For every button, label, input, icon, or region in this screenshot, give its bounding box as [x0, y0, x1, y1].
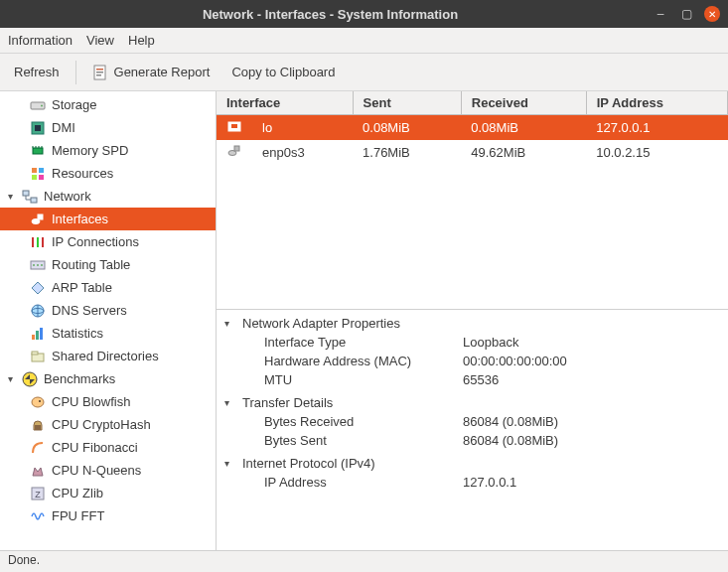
crypto-icon	[30, 417, 46, 433]
property-row: Hardware Address (MAC)00:00:00:00:00:00	[224, 352, 720, 370]
property-label: Hardware Address (MAC)	[264, 354, 463, 368]
svg-rect-18	[31, 198, 37, 203]
sidebar-item-memory-spd[interactable]: Memory SPD	[0, 139, 216, 162]
sidebar-item-label: DMI	[52, 120, 75, 135]
property-value: 65536	[463, 372, 720, 387]
cell-ip: 10.0.2.15	[586, 140, 727, 165]
sidebar-item-ip-connections[interactable]: IP Connections	[0, 230, 216, 253]
property-group-title: Network Adapter Properties	[242, 316, 400, 331]
shared-icon	[30, 349, 46, 364]
sidebar-item-statistics[interactable]: Statistics	[0, 322, 216, 345]
svg-point-28	[37, 264, 39, 266]
svg-rect-8	[33, 148, 43, 154]
svg-rect-35	[36, 331, 39, 340]
property-row: Bytes Received86084 (0.08MiB)	[224, 412, 720, 431]
generate-report-label: Generate Report	[114, 65, 211, 79]
chevron-down-icon: ▾	[224, 458, 236, 469]
svg-rect-16	[39, 175, 44, 180]
interface-table-wrap[interactable]: Interface Sent Received IP Address lo0.0…	[217, 91, 728, 310]
property-group: ▾Network Adapter PropertiesInterface Typ…	[224, 314, 720, 389]
sidebar-item-interfaces[interactable]: Interfaces	[0, 208, 216, 230]
cell-sent: 1.76MiB	[353, 140, 461, 165]
sidebar-item-cpu-cryptohash[interactable]: CPU CryptoHash	[0, 413, 216, 436]
property-value: 86084 (0.08MiB)	[463, 433, 720, 448]
menu-view[interactable]: View	[86, 33, 114, 48]
sidebar-item-cpu-zlib[interactable]: ZCPU Zlib	[0, 482, 216, 504]
minimize-button[interactable]: –	[653, 6, 668, 22]
menu-information[interactable]: Information	[8, 33, 73, 48]
content-area: StorageDMIMemory SPDResources▾NetworkInt…	[0, 91, 728, 550]
svg-rect-38	[32, 352, 38, 355]
sidebar-item-cpu-blowfish[interactable]: CPU Blowfish	[0, 390, 216, 413]
menubar: Information View Help	[0, 28, 728, 54]
property-group: ▾Internet Protocol (IPv4)IP Address127.0…	[224, 454, 720, 492]
table-row[interactable]: enp0s31.76MiB49.62MiB10.0.2.15	[217, 140, 728, 165]
sidebar-item-arp-table[interactable]: ARP Table	[0, 276, 216, 299]
sidebar-item-storage[interactable]: Storage	[0, 93, 216, 116]
col-received[interactable]: Received	[461, 91, 586, 115]
property-row: IP Address127.0.0.1	[224, 473, 720, 492]
svg-rect-7	[35, 125, 41, 131]
refresh-button[interactable]: Refresh	[8, 61, 66, 83]
svg-point-5	[41, 104, 43, 106]
properties-panel[interactable]: ▾Network Adapter PropertiesInterface Typ…	[217, 310, 728, 550]
svg-rect-36	[40, 328, 43, 340]
property-group-header[interactable]: ▾Transfer Details	[224, 393, 720, 412]
property-label: MTU	[264, 372, 463, 387]
sidebar-item-dmi[interactable]: DMI	[0, 116, 216, 139]
property-group-header[interactable]: ▾Network Adapter Properties	[224, 314, 720, 333]
sidebar-item-label: Memory SPD	[52, 143, 128, 158]
sidebar-item-network[interactable]: ▾Network	[0, 185, 216, 208]
table-row[interactable]: lo0.08MiB0.08MiB127.0.0.1	[217, 115, 728, 141]
sidebar-item-shared-directories[interactable]: Shared Directories	[0, 345, 216, 367]
property-value: 00:00:00:00:00:00	[463, 354, 720, 368]
col-sent[interactable]: Sent	[353, 91, 461, 115]
cell-sent: 0.08MiB	[353, 115, 461, 141]
sidebar-item-label: CPU Zlib	[52, 486, 103, 500]
sidebar-item-routing-table[interactable]: Routing Table	[0, 253, 216, 276]
svg-point-27	[33, 264, 35, 266]
copy-clipboard-button[interactable]: Copy to Clipboard	[225, 61, 341, 83]
interface-icon	[30, 212, 46, 227]
property-value: 127.0.0.1	[463, 475, 720, 490]
svg-rect-2	[96, 72, 103, 73]
property-row: Bytes Sent86084 (0.08MiB)	[224, 431, 720, 450]
cell-interface: enp0s3	[252, 140, 353, 165]
svg-rect-3	[96, 74, 101, 76]
dns-icon	[30, 303, 46, 319]
col-ip[interactable]: IP Address	[586, 91, 727, 115]
status-text: Done.	[8, 553, 40, 567]
sidebar-item-cpu-fibonacci[interactable]: CPU Fibonacci	[0, 436, 216, 459]
close-button[interactable]: ✕	[704, 6, 720, 22]
sidebar-item-label: Statistics	[52, 326, 103, 341]
sidebar[interactable]: StorageDMIMemory SPDResources▾NetworkInt…	[0, 91, 217, 550]
sidebar-item-cpu-n-queens[interactable]: CPU N-Queens	[0, 459, 216, 482]
board-icon	[30, 120, 46, 136]
sidebar-item-dns-servers[interactable]: DNS Servers	[0, 299, 216, 322]
window-title: Network - Interfaces - System Informatio…	[8, 7, 653, 22]
fft-icon	[30, 508, 46, 524]
generate-report-button[interactable]: Generate Report	[86, 61, 217, 84]
svg-rect-17	[23, 191, 29, 196]
sidebar-item-fpu-fft[interactable]: FPU FFT	[0, 504, 216, 527]
ipconn-icon	[30, 234, 46, 250]
menu-help[interactable]: Help	[128, 33, 155, 48]
property-group-header[interactable]: ▾Internet Protocol (IPv4)	[224, 454, 720, 473]
sidebar-item-label: Network	[44, 189, 91, 204]
sidebar-item-resources[interactable]: Resources	[0, 162, 216, 185]
property-row: MTU65536	[224, 370, 720, 389]
col-interface[interactable]: Interface	[217, 91, 353, 115]
svg-rect-44	[35, 425, 41, 430]
cell-received: 49.62MiB	[461, 140, 586, 165]
svg-rect-34	[32, 335, 35, 340]
sidebar-item-benchmarks[interactable]: ▾Benchmarks	[0, 367, 216, 390]
resources-icon	[30, 166, 46, 182]
sidebar-item-label: CPU CryptoHash	[52, 417, 151, 432]
maximize-button[interactable]: ▢	[678, 6, 694, 22]
sidebar-item-label: Benchmarks	[44, 371, 115, 386]
svg-text:Z: Z	[35, 490, 41, 500]
zlib-icon: Z	[30, 486, 46, 501]
report-icon	[92, 65, 108, 80]
property-row: Interface TypeLoopback	[224, 333, 720, 352]
svg-rect-22	[38, 214, 43, 219]
